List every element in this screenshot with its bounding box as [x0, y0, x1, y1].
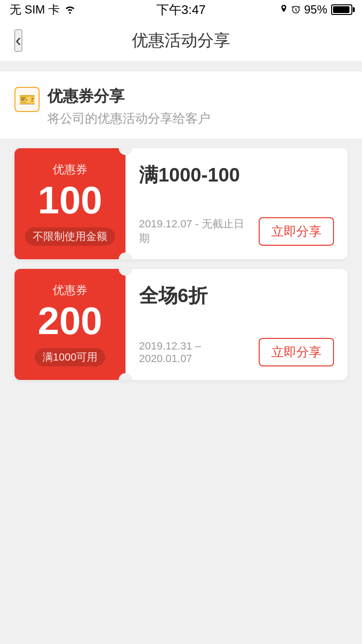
- section-title: 优惠券分享: [47, 86, 210, 107]
- location-icon: [280, 3, 288, 16]
- coupon-list: 优惠券 100 不限制使用金额 满1000-100 2019.12.07 - 无…: [0, 139, 362, 394]
- status-right: 95%: [280, 3, 352, 16]
- section-header: 🎫 优惠券分享 将公司的优惠活动分享给客户: [0, 71, 362, 139]
- status-bar: 无 SIM 卡 下午3:47 95%: [0, 0, 362, 19]
- share-button-1[interactable]: 立即分享: [259, 217, 334, 246]
- coupon-card-2: 优惠券 200 满1000可用 全场6折 2019.12.31 – 2020.0…: [14, 269, 348, 380]
- page-title: 优惠活动分享: [132, 29, 230, 52]
- coupon-right-1: 满1000-100 2019.12.07 - 无截止日期 立即分享: [125, 148, 348, 259]
- coupon-amount-1: 100: [38, 181, 102, 220]
- section-subtitle: 将公司的优惠活动分享给客户: [47, 110, 210, 127]
- coupon-label-2: 优惠券: [53, 282, 87, 298]
- status-time: 下午3:47: [156, 1, 206, 18]
- coupon-name-2: 全场6折: [139, 282, 334, 309]
- coupon-amount-2: 200: [38, 302, 102, 340]
- coupon-right-2: 全场6折 2019.12.31 – 2020.01.07 立即分享: [125, 269, 348, 380]
- nav-bar: ‹ 优惠活动分享: [0, 19, 362, 62]
- coupon-left-1: 优惠券 100 不限制使用金额: [14, 148, 125, 259]
- status-left: 无 SIM 卡: [10, 2, 75, 17]
- section-icon: 🎫: [14, 87, 40, 112]
- section-text: 优惠券分享 将公司的优惠活动分享给客户: [47, 86, 210, 127]
- battery-icon: [331, 4, 352, 15]
- back-button[interactable]: ‹: [14, 29, 22, 52]
- coupon-condition-2: 满1000可用: [35, 348, 106, 366]
- coupon-bottom-2: 2019.12.31 – 2020.01.07 立即分享: [139, 338, 334, 366]
- alarm-icon: [292, 3, 300, 16]
- wifi-icon: [65, 3, 75, 16]
- coupon-bottom-1: 2019.12.07 - 无截止日期 立即分享: [139, 217, 334, 246]
- coupon-date-1: 2019.12.07 - 无截止日期: [139, 217, 251, 246]
- coupon-name-1: 满1000-100: [139, 162, 334, 188]
- carrier-text: 无 SIM 卡: [10, 2, 60, 17]
- share-button-2[interactable]: 立即分享: [259, 338, 334, 366]
- coupon-card-1: 优惠券 100 不限制使用金额 满1000-100 2019.12.07 - 无…: [14, 148, 348, 259]
- battery-percent: 95%: [304, 3, 327, 16]
- coupon-left-2: 优惠券 200 满1000可用: [14, 269, 125, 380]
- coupon-label-1: 优惠券: [53, 162, 87, 177]
- coupon-date-2: 2019.12.31 – 2020.01.07: [139, 340, 251, 365]
- coupon-condition-1: 不限制使用金额: [25, 227, 115, 246]
